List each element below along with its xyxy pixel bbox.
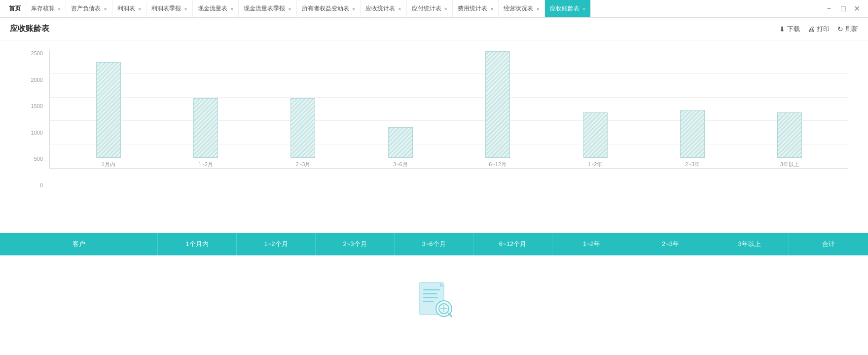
y-label-1000: 1000 — [31, 130, 43, 136]
y-label-0: 0 — [40, 182, 43, 188]
close-icon[interactable]: × — [104, 6, 107, 12]
close-icon[interactable]: × — [398, 6, 401, 12]
download-button[interactable]: ⬇ 下载 — [779, 25, 800, 34]
bar-label-7: 3年以上 — [780, 161, 799, 168]
header-actions: ⬇ 下载 🖨 打印 ↻ 刷新 — [779, 25, 858, 34]
grid-line-4 — [50, 144, 848, 144]
chart-area: 2500 2000 1500 1000 500 0 1月内1~2月2~3月3~6… — [0, 40, 868, 233]
page-container: 应收账龄表 ⬇ 下载 🖨 打印 ↻ 刷新 2500 2000 1500 10 — [0, 18, 868, 355]
print-icon: 🖨 — [808, 25, 815, 33]
close-icon[interactable]: × — [138, 6, 141, 12]
svg-rect-1 — [423, 289, 440, 290]
tab-operations[interactable]: 经营状况表 × — [499, 0, 544, 18]
grid-line-2 — [50, 97, 848, 98]
empty-state — [0, 255, 868, 344]
tab-profit-quarterly[interactable]: 利润表季报 × — [146, 0, 192, 18]
tab-cashflow[interactable]: 现金流量表 × — [193, 0, 239, 18]
bar-7 — [777, 112, 802, 158]
tab-aging[interactable]: 应收账龄表 × — [545, 0, 591, 18]
bar-label-1: 1~2月 — [198, 161, 213, 168]
bar-6 — [680, 110, 705, 158]
svg-rect-2 — [423, 293, 437, 294]
bar-group-2: 2~3月 — [290, 98, 315, 168]
tab-bar: 首页 库存核算 × 资产负债表 × 利润表 × 利润表季报 × 现金流量表 × … — [0, 0, 868, 18]
svg-rect-4 — [423, 301, 434, 302]
y-axis: 2500 2000 1500 1000 500 0 — [20, 50, 47, 188]
bar-group-6: 2~3年 — [680, 110, 705, 168]
bar-3 — [388, 127, 413, 158]
bar-group-4: 6~12月 — [485, 51, 510, 168]
table-header: 客户 1个月内 1~2个月 2~3个月 3~6个月 6~12个月 1~2年 2~… — [0, 233, 868, 255]
page-title: 应收账龄表 — [10, 24, 49, 34]
tab-profit[interactable]: 利润表 × — [112, 0, 146, 18]
bar-group-7: 3年以上 — [777, 112, 802, 168]
bar-group-1: 1~2月 — [193, 98, 218, 168]
th-total: 合计 — [789, 233, 868, 255]
bar-group-0: 1月内 — [96, 62, 121, 168]
th-6-12month: 6~12个月 — [473, 233, 552, 255]
tab-equity[interactable]: 所有者权益变动表 × — [297, 0, 361, 18]
bar-group-3: 3~6月 — [388, 127, 413, 168]
bar-1 — [193, 98, 218, 158]
close-icon[interactable]: × — [230, 6, 233, 12]
th-1-2month: 1~2个月 — [237, 233, 316, 255]
th-customer: 客户 — [0, 233, 158, 255]
svg-line-9 — [449, 314, 452, 317]
tab-expense-stats[interactable]: 费用统计表 × — [453, 0, 499, 18]
bar-0 — [96, 62, 121, 158]
bar-label-5: 1~2年 — [588, 161, 603, 168]
close-icon[interactable]: × — [184, 6, 187, 12]
print-button[interactable]: 🖨 打印 — [808, 25, 830, 34]
y-label-500: 500 — [34, 156, 43, 162]
bar-label-2: 2~3月 — [296, 161, 311, 168]
empty-illustration — [409, 275, 459, 324]
close-icon[interactable]: × — [58, 6, 61, 12]
tab-home[interactable]: 首页 — [4, 0, 26, 18]
page-header: 应收账龄表 ⬇ 下载 🖨 打印 ↻ 刷新 — [0, 18, 868, 40]
bar-4 — [485, 51, 510, 158]
chart-body: 1月内1~2月2~3月3~6月6~12月1~2年2~3年3年以上 — [49, 50, 848, 169]
close-icon[interactable]: × — [352, 6, 355, 12]
tab-balance[interactable]: 资产负债表 × — [66, 0, 112, 18]
window-actions: － □ ✕ — [823, 1, 864, 16]
grid-line-1 — [50, 73, 848, 74]
close-icon[interactable]: × — [444, 6, 447, 12]
close-icon[interactable]: × — [288, 6, 291, 12]
close-icon[interactable]: × — [582, 6, 585, 12]
tab-cashflow-quarterly[interactable]: 现金流量表季报 × — [239, 0, 296, 18]
th-2-3month: 2~3个月 — [316, 233, 395, 255]
tab-payable-stats[interactable]: 应付统计表 × — [407, 0, 453, 18]
th-1-2year: 1~2年 — [552, 233, 631, 255]
grid-line-3 — [50, 120, 848, 121]
tab-inventory[interactable]: 库存核算 × — [26, 0, 66, 18]
y-label-2000: 2000 — [31, 77, 43, 83]
close-icon[interactable]: × — [536, 6, 539, 12]
bar-chart: 2500 2000 1500 1000 500 0 1月内1~2月2~3月3~6… — [20, 50, 848, 208]
y-label-2500-top: 2500 — [31, 50, 43, 56]
th-2-3year: 2~3年 — [631, 233, 710, 255]
minimize-button[interactable]: － — [823, 1, 835, 16]
bar-label-4: 6~12月 — [489, 161, 506, 168]
refresh-button[interactable]: ↻ 刷新 — [837, 25, 858, 34]
th-3-6month: 3~6个月 — [395, 233, 473, 255]
refresh-icon: ↻ — [837, 25, 843, 33]
y-label-1500: 1500 — [31, 103, 43, 109]
maximize-button[interactable]: □ — [839, 2, 848, 15]
bar-5 — [583, 112, 608, 158]
close-window-button[interactable]: ✕ — [852, 2, 862, 15]
bar-label-0: 1月内 — [102, 161, 115, 168]
tab-receivable-stats[interactable]: 应收统计表 × — [361, 0, 406, 18]
bar-2 — [290, 98, 315, 158]
bar-label-6: 2~3年 — [685, 161, 700, 168]
th-3year-plus: 3年以上 — [710, 233, 789, 255]
close-icon[interactable]: × — [490, 6, 493, 12]
download-icon: ⬇ — [779, 25, 785, 33]
bar-group-5: 1~2年 — [583, 112, 608, 168]
th-1month: 1个月内 — [158, 233, 237, 255]
svg-rect-3 — [423, 297, 438, 298]
bar-label-3: 3~6月 — [393, 161, 408, 168]
